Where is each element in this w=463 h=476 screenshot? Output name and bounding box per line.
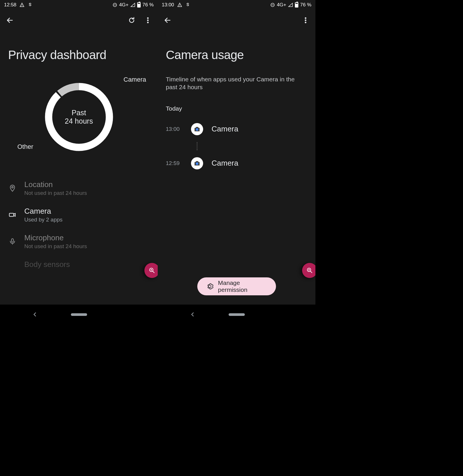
timeline-app-name: Camera <box>212 159 238 168</box>
microphone-icon <box>8 237 17 246</box>
timeline-time: 12:59 <box>166 160 183 166</box>
page-title: Privacy dashboard <box>0 31 158 71</box>
system-nav-bar <box>158 305 315 324</box>
svg-rect-17 <box>179 4 180 5</box>
gear-icon <box>206 282 213 290</box>
timeline-time: 13:00 <box>166 126 183 132</box>
page-subtitle: Timeline of when apps used your Camera i… <box>158 71 315 91</box>
svg-point-22 <box>305 22 306 23</box>
donut-label-other: Other <box>17 143 33 151</box>
donut-center-line1: Past <box>71 109 86 117</box>
svg-point-24 <box>196 162 199 165</box>
timeline-section-label: Today <box>158 91 315 116</box>
status-time: 13:00 <box>162 2 174 8</box>
status-bar: 13:00 4G+ 76 % <box>158 0 315 10</box>
manage-permission-label: Manage permission <box>218 279 267 293</box>
svg-point-20 <box>305 17 306 19</box>
status-time: 12:58 <box>4 2 16 8</box>
refresh-button[interactable] <box>128 16 136 24</box>
overflow-menu-button[interactable] <box>302 16 310 24</box>
nav-home-pill[interactable] <box>71 313 87 316</box>
status-network: 4G+ <box>277 2 286 8</box>
system-nav-bar <box>0 305 158 324</box>
nav-home-pill[interactable] <box>229 313 245 316</box>
signal-icon <box>130 2 135 8</box>
toolbar <box>158 10 315 31</box>
svg-rect-11 <box>12 239 14 242</box>
toolbar <box>0 10 158 31</box>
svg-point-4 <box>147 17 148 19</box>
camera-app-icon <box>191 157 203 169</box>
permission-title: Body sensors <box>24 260 70 269</box>
permission-title: Location <box>24 180 87 189</box>
permission-subtitle: Not used in past 24 hours <box>24 243 87 250</box>
svg-point-6 <box>147 22 148 23</box>
status-battery: 76 % <box>300 2 311 8</box>
screen-privacy-dashboard: 12:58 4G+ 76 % <box>0 0 158 324</box>
permission-list: Location Not used in past 24 hours Camer… <box>0 163 158 274</box>
svg-line-13 <box>153 271 154 273</box>
status-battery: 76 % <box>142 2 154 8</box>
camera-icon <box>8 210 17 219</box>
zoom-fab[interactable] <box>144 263 159 278</box>
status-bar: 12:58 4G+ 76 % <box>0 0 158 10</box>
s-icon <box>27 2 33 8</box>
svg-point-16 <box>179 6 180 6</box>
permission-item-body-sensors[interactable]: Body sensors <box>0 255 158 274</box>
svg-point-21 <box>305 20 306 21</box>
back-button[interactable] <box>6 16 14 24</box>
svg-line-26 <box>310 271 312 273</box>
body-sensors-icon <box>8 260 17 269</box>
timeline-row[interactable]: 12:59 Camera <box>166 150 307 176</box>
battery-icon <box>295 2 298 8</box>
nav-back-button[interactable] <box>190 311 196 318</box>
s-icon <box>185 2 190 8</box>
permission-item-microphone[interactable]: Microphone Not used in past 24 hours <box>0 228 158 255</box>
permission-item-location[interactable]: Location Not used in past 24 hours <box>0 175 158 202</box>
permission-title: Microphone <box>24 233 87 242</box>
status-network: 4G+ <box>119 2 129 8</box>
screen-camera-usage: 13:00 4G+ 76 % <box>158 0 315 324</box>
permission-title: Camera <box>24 207 63 216</box>
dnd-icon <box>270 2 275 8</box>
zoom-fab[interactable] <box>302 263 315 278</box>
nav-back-button[interactable] <box>32 311 38 318</box>
timeline-row[interactable]: 13:00 Camera <box>166 116 307 142</box>
donut-label-camera: Camera <box>124 76 146 83</box>
svg-point-0 <box>22 6 22 6</box>
triangle-warning-icon <box>177 2 182 8</box>
svg-rect-1 <box>22 4 22 5</box>
svg-point-9 <box>12 186 13 188</box>
signal-icon <box>288 2 293 8</box>
permission-subtitle: Used by 2 apps <box>24 217 63 223</box>
location-icon <box>8 184 17 193</box>
back-button[interactable] <box>163 16 172 24</box>
dnd-icon <box>112 2 117 8</box>
overflow-menu-button[interactable] <box>144 16 152 24</box>
svg-point-5 <box>147 20 148 21</box>
usage-timeline: 13:00 Camera 12:59 Camera <box>158 116 315 176</box>
triangle-warning-icon <box>19 2 25 8</box>
svg-rect-10 <box>9 213 14 217</box>
timeline-app-name: Camera <box>212 125 238 133</box>
svg-point-23 <box>196 128 199 131</box>
donut-center-line2: 24 hours <box>65 117 93 125</box>
manage-permission-button[interactable]: Manage permission <box>197 277 276 295</box>
page-title: Camera usage <box>158 31 315 71</box>
camera-app-icon <box>191 123 203 135</box>
permission-item-camera[interactable]: Camera Used by 2 apps <box>0 202 158 228</box>
usage-donut-chart: Past 24 hours Camera Other <box>0 71 158 163</box>
battery-icon <box>137 2 141 8</box>
timeline-connector <box>166 142 307 150</box>
permission-subtitle: Not used in past 24 hours <box>24 190 87 196</box>
